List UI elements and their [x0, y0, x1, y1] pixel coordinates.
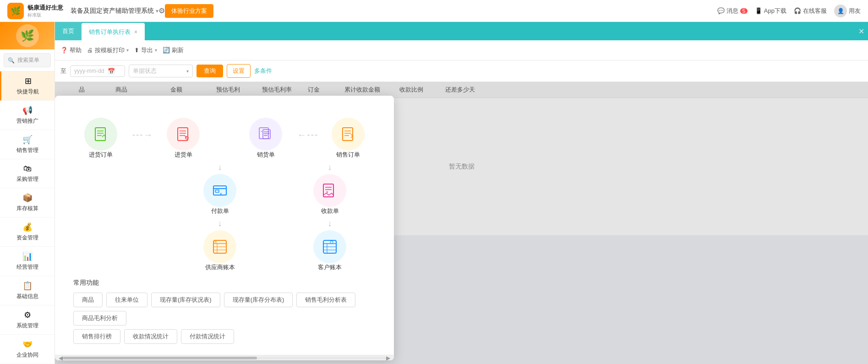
- export-action[interactable]: ⬆ 导出 ▾: [134, 46, 157, 54]
- refresh-action[interactable]: 🔄 刷新: [163, 46, 184, 54]
- scroll-right-arrow[interactable]: ▶: [386, 355, 390, 361]
- flow-row-3: 账 供应商账本: [73, 230, 376, 272]
- spacer-left3: [73, 219, 147, 228]
- customer-account-label: 客户账本: [318, 263, 342, 272]
- set-button[interactable]: 设置: [227, 64, 251, 78]
- arrow-sales-order-to-bill: ← - - -: [293, 118, 321, 140]
- flow-arrows-down-row: ↓ ↓: [73, 163, 376, 172]
- cf-btn-payment-stats[interactable]: 付款情况统计: [181, 329, 234, 344]
- query-button[interactable]: 查询: [197, 65, 223, 77]
- sales-order-label: 销售订单: [336, 151, 360, 159]
- system-icon: ⚙: [24, 310, 31, 320]
- sidebar-item-quick-nav[interactable]: ⊞ 快捷导航: [0, 71, 55, 101]
- payment-bill-node[interactable]: ¥ 付款单: [183, 174, 257, 215]
- quick-nav-modal: 进货订单 - - - →: [55, 96, 394, 360]
- calendar-icon: 📅: [108, 68, 115, 75]
- top-bar: 🌿 畅康通好生意 标准版 装备及固定资产辅助管理系统 ▾ ⚙ 体验行业方案 💬 …: [0, 0, 868, 22]
- sidebar-item-finance-label: 资金管理: [16, 234, 38, 242]
- cf-buttons-row2: 销售排行榜 收款情况统计 付款情况统计: [73, 329, 376, 344]
- basic-info-icon: 📋: [22, 281, 33, 291]
- sales-bill-label: 销货单: [257, 151, 275, 159]
- service-icon: 🎧: [794, 7, 801, 14]
- sidebar-item-inventory-label: 库存核算: [16, 205, 38, 212]
- search-icon: 🔍: [8, 57, 15, 64]
- arrow-down-sales: ↓: [293, 163, 366, 172]
- sidebar-item-inventory[interactable]: 📦 库存核算: [0, 188, 55, 217]
- page-content: 品 商品 金额 预估毛利 预估毛利率 订金 累计收款金额 收款比例 还差多少天 …: [55, 82, 868, 364]
- purchase-order-label: 进货订单: [89, 151, 113, 159]
- supplier-account-node[interactable]: 账 供应商账本: [183, 230, 257, 272]
- tab-sales-order-label: 销售订单执行表: [89, 28, 131, 36]
- app-download-action[interactable]: 📱 App下载: [755, 7, 786, 15]
- sidebar-item-system[interactable]: ⚙ 系统管理: [0, 305, 55, 335]
- sales-order-node[interactable]: 销售订单: [321, 118, 376, 159]
- spacer6: [147, 219, 183, 228]
- cf-btn-product-gross[interactable]: 商品毛利分析: [73, 311, 126, 326]
- tab-bar-close-button[interactable]: ✕: [858, 27, 864, 36]
- scroll-left-arrow[interactable]: ◀: [59, 355, 63, 361]
- receipt-bill-node[interactable]: ¥ 收款单: [293, 174, 366, 215]
- cf-btn-receipt-stats[interactable]: 收款情况统计: [124, 329, 177, 344]
- sidebar-item-operations[interactable]: 📊 经营管理: [0, 247, 55, 276]
- search-label: 搜索菜单: [17, 56, 39, 64]
- logo-subtitle: 标准版: [27, 12, 63, 18]
- tab-close-icon[interactable]: ×: [134, 29, 137, 35]
- date-from-input[interactable]: yyyy-mm-dd 📅: [70, 65, 125, 77]
- sidebar-item-finance[interactable]: 💰 资金管理: [0, 217, 55, 247]
- user-action[interactable]: 👤 用友: [834, 5, 861, 17]
- purchase-bill-label: 进货单: [175, 151, 192, 159]
- sales-bill-node[interactable]: 销货单: [238, 118, 293, 159]
- online-service-action[interactable]: 🎧 在线客服: [794, 7, 827, 15]
- spacer2: [147, 163, 183, 172]
- cf-btn-stock-status[interactable]: 现存量(库存状况表): [151, 293, 220, 307]
- sales-order-icon: [332, 118, 365, 151]
- modal-scrollbar[interactable]: ◀ ▶: [55, 355, 394, 360]
- message-badge: 5: [740, 8, 748, 14]
- message-action[interactable]: 💬 消息 5: [717, 7, 748, 15]
- sidebar-item-enterprise[interactable]: 🤝 企业协同: [0, 335, 55, 364]
- arrow-down-purchase: ↓: [183, 163, 257, 172]
- toolbar: ❓ 帮助 🖨 按模板打印 ▾ ⬆ 导出 ▾ 🔄 刷新: [55, 40, 868, 60]
- logo-text: 畅康通好生意 标准版: [27, 4, 63, 18]
- operations-icon: 📊: [22, 251, 33, 261]
- help-action[interactable]: ❓ 帮助: [60, 46, 82, 54]
- cf-btn-sales-rank[interactable]: 销售排行榜: [73, 329, 120, 344]
- flow-row-2: ¥ 付款单: [73, 174, 376, 215]
- tab-sales-order[interactable]: 销售订单执行表 ×: [82, 23, 145, 41]
- cf-btn-sales-gross[interactable]: 销售毛利分析表: [296, 293, 355, 307]
- sidebar-item-operations-label: 经营管理: [16, 263, 38, 271]
- cf-btn-counterparty[interactable]: 往来单位: [106, 293, 147, 307]
- cf-btn-stock-dist[interactable]: 现存量(库存分布表): [224, 293, 293, 307]
- sidebar-item-purchase[interactable]: 🛍 采购管理: [0, 159, 55, 188]
- flow-row-1: 进货订单 - - - →: [73, 118, 376, 159]
- customer-account-node[interactable]: 客户账本: [293, 230, 366, 272]
- top-bar-actions: 💬 消息 5 📱 App下载 🎧 在线客服 👤 用友: [717, 5, 861, 17]
- sidebar-item-marketing[interactable]: 📢 营销推广: [0, 101, 55, 130]
- logo-area: 🌿 畅康通好生意 标准版: [7, 3, 63, 19]
- app-download-label: App下载: [764, 7, 786, 15]
- purchase-bill-node[interactable]: 进货单: [156, 118, 211, 159]
- sidebar-logo-icon: 🌿: [16, 24, 39, 47]
- spacer3: [257, 163, 293, 172]
- purchase-order-node[interactable]: 进货订单: [73, 118, 128, 159]
- message-label: 消息: [726, 7, 738, 15]
- system-title-dropdown[interactable]: 装备及固定资产辅助管理系统 ▾: [63, 7, 158, 15]
- experience-button[interactable]: 体验行业方案: [165, 4, 213, 18]
- arrow-down-payment: ↓: [183, 219, 257, 228]
- sidebar-item-purchase-label: 采购管理: [16, 175, 38, 183]
- sidebar-item-basic-info[interactable]: 📋 基础信息: [0, 276, 55, 305]
- status-select[interactable]: 单据状态 ▾: [129, 65, 193, 77]
- search-button[interactable]: 🔍 搜索菜单: [4, 53, 51, 67]
- common-functions: 常用功能 商品 往来单位 现存量(库存状况表) 现存量(库存分布表) 销售毛利分…: [73, 279, 376, 344]
- receipt-bill-label: 收款单: [321, 207, 339, 215]
- sidebar-item-sales[interactable]: 🛒 销售管理: [0, 130, 55, 159]
- spacer7: [257, 219, 293, 228]
- print-action[interactable]: 🖨 按模板打印 ▾: [87, 46, 129, 54]
- finance-icon: 💰: [22, 222, 33, 232]
- more-conditions-link[interactable]: 多条件: [254, 67, 272, 75]
- cf-btn-product[interactable]: 商品: [73, 293, 103, 307]
- settings-icon[interactable]: ⚙: [158, 6, 165, 15]
- supplier-account-label: 供应商账本: [205, 263, 235, 272]
- tab-home[interactable]: 首页: [55, 22, 82, 40]
- arrow-purchase-order-to-bill: - - - →: [128, 118, 156, 140]
